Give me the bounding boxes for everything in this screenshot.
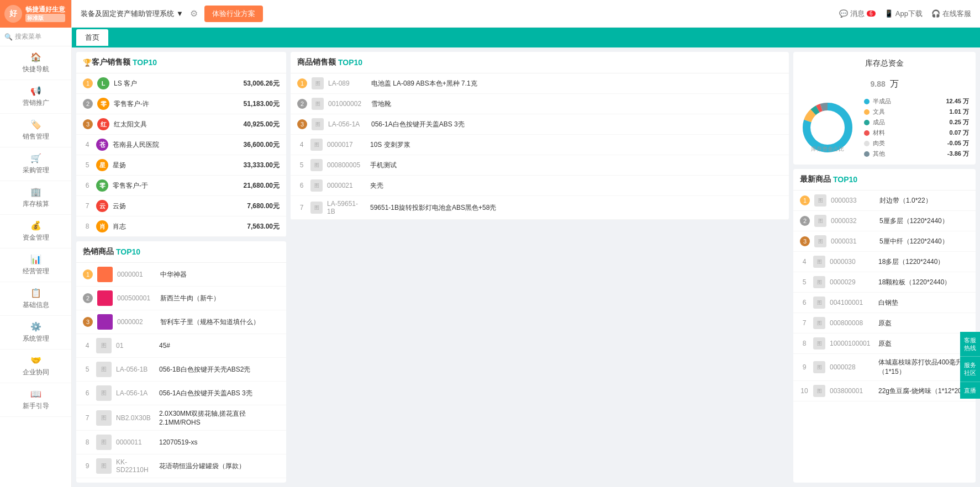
latest-product-row: 4图000003018多层（1220*2440） xyxy=(793,252,976,272)
product-sales-card: 商品销售额 TOP10 1图LA-089电池盖 LA-089 ABS本色+黑种 … xyxy=(291,52,789,220)
sidebar-item-cooperation[interactable]: 🤝企业协同 xyxy=(0,350,71,383)
nav-icon-marketing: 📢 xyxy=(30,86,41,96)
rank-medal: 3 xyxy=(297,119,307,129)
latest-products-badge: TOP10 xyxy=(833,175,857,184)
logo-badge: 标准版 xyxy=(25,14,65,22)
donut-chart: 库存资金占比 xyxy=(800,100,855,155)
sidebar-item-marketing[interactable]: 📢营销推广 xyxy=(0,80,71,114)
float-buttons: 客服 热线服务 社区直播 xyxy=(960,332,980,399)
float-btn-customer-service[interactable]: 客服 热线 xyxy=(960,332,980,357)
latest-products-title: 最新商品 xyxy=(800,174,831,184)
notification-label: 消息 xyxy=(850,9,865,19)
product-name: 体城嘉枝味苏打饮品400毫升（1*15） xyxy=(878,358,969,377)
product-name: 056-1B白色按键开关壳ABS2壳 xyxy=(159,365,280,374)
avatar: 星 xyxy=(96,159,108,171)
legend-label: 文具 xyxy=(873,108,946,116)
customer-rank-card: 🏆 客户销售额 TOP10 1LLS 客户53,006.26元2零零售客户-许5… xyxy=(76,52,286,237)
product-code: 0000031 xyxy=(831,237,875,245)
tab-home[interactable]: 首页 xyxy=(76,29,108,46)
content-area: 🏆 客户销售额 TOP10 1LLS 客户53,006.26元2零零售客户-许5… xyxy=(72,47,980,487)
sidebar-item-guide[interactable]: 📖新手引导 xyxy=(0,383,71,417)
customer-name: 苍南县人民医院 xyxy=(113,140,239,150)
customer-amount: 36,600.00元 xyxy=(244,140,280,150)
product-name: 白钢垫 xyxy=(878,298,969,308)
customer-name: 零售客户-于 xyxy=(113,181,239,190)
product-code: LA-056-1A xyxy=(328,120,367,128)
online-service-btn[interactable]: 🎧 在线客服 xyxy=(931,9,971,19)
system-title[interactable]: 装备及固定资产辅助管理系统 ▼ xyxy=(81,9,183,19)
sidebar-item-basic-info[interactable]: 📋基础信息 xyxy=(0,282,71,316)
product-sales-row: 3图LA-056-1A056-1A白色按键开关盖ABS 3壳 xyxy=(291,114,789,135)
sidebar-item-system[interactable]: ⚙️系统管理 xyxy=(0,316,71,350)
avatar: 红 xyxy=(97,118,109,130)
product-code: 001000002 xyxy=(328,100,367,108)
nav-icon-system: ⚙️ xyxy=(30,321,41,332)
product-code: 0000028 xyxy=(830,363,874,371)
legend-value: 0.25 万 xyxy=(950,118,969,126)
sidebar-item-finance[interactable]: 💰资金管理 xyxy=(0,215,71,248)
rank-medal: 1 xyxy=(83,78,93,88)
rank-medal: 2 xyxy=(800,216,810,226)
legend-dot xyxy=(864,130,870,136)
sidebar-item-operations[interactable]: 📊经营管理 xyxy=(0,248,71,282)
legend-label: 半成品 xyxy=(873,97,942,105)
latest-product-row: 1图0000033封边带（1.0*22） xyxy=(793,190,976,211)
product-image: 图 xyxy=(96,338,112,353)
legend-item: 其他-3.86 万 xyxy=(864,150,969,158)
legend-value: 12.45 万 xyxy=(946,97,969,105)
settings-icon[interactable]: ⚙ xyxy=(190,8,198,19)
logo-text: 畅捷通好生意 标准版 xyxy=(25,6,65,23)
nav-label-guide: 新手引导 xyxy=(23,401,49,411)
product-name: 原盔 xyxy=(878,319,969,328)
product-name: 59651-1B旋转投影灯电池盒ABS黑色+58壳 xyxy=(370,203,782,213)
product-code: 10000100001 xyxy=(830,340,874,347)
legend-item: 肉类-0.05 万 xyxy=(864,139,969,147)
try-industry-btn[interactable]: 体验行业方案 xyxy=(204,6,263,22)
customer-amount: 33,333.00元 xyxy=(244,161,280,170)
inventory-title: 库存总资金 xyxy=(800,59,969,68)
search-menu[interactable]: 🔍 搜索菜单 xyxy=(0,28,71,46)
nav-label-system: 系统管理 xyxy=(23,334,49,343)
nav-label-inventory: 库存核算 xyxy=(23,199,49,209)
product-image xyxy=(97,267,113,282)
latest-product-row: 10图00380000122g鱼豆腐-烧烤味（1*12*20） xyxy=(793,381,976,401)
hot-product-row: 8图000001112070519-xs xyxy=(76,431,286,454)
rank-num: 4 xyxy=(800,258,809,266)
notification-btn[interactable]: 💬 消息 6 xyxy=(839,9,876,19)
left-panel: 🏆 客户销售额 TOP10 1LLS 客户53,006.26元2零零售客户-许5… xyxy=(76,52,286,483)
app-download-btn[interactable]: 📱 App下载 xyxy=(884,9,923,19)
product-image: 图 xyxy=(312,118,324,130)
product-name: 056-1A白色按键开关盖ABS 3壳 xyxy=(371,120,782,129)
rank-num: 9 xyxy=(83,462,92,470)
sidebar-item-purchase[interactable]: 🛒采购管理 xyxy=(0,147,71,181)
rank-medal: 3 xyxy=(800,236,810,246)
product-image: 图 xyxy=(96,385,112,401)
nav-label-operations: 经营管理 xyxy=(23,267,49,276)
rank-num: 9 xyxy=(800,363,809,371)
product-image: 图 xyxy=(813,337,825,350)
sidebar-item-sales[interactable]: 🏷️销售管理 xyxy=(0,114,71,147)
product-sales-list: 1图LA-089电池盖 LA-089 ABS本色+黑种 7.1克2图001000… xyxy=(291,73,789,220)
float-btn-direct[interactable]: 直播 xyxy=(960,382,980,399)
inventory-amount: 9.88 万 xyxy=(800,73,969,91)
product-code: LA-59651-1B xyxy=(327,200,366,215)
legend-item: 半成品12.45 万 xyxy=(864,97,969,105)
sidebar-item-quick-nav[interactable]: 🏠快捷导航 xyxy=(0,46,71,80)
product-name: 18多层（1220*2440） xyxy=(878,257,969,267)
rank-num: 10 xyxy=(800,387,809,395)
sidebar-item-inventory[interactable]: 🏢库存核算 xyxy=(0,181,71,215)
customer-name: 星扬 xyxy=(113,161,239,170)
product-sales-row: 2图001000002雪地靴 xyxy=(291,94,789,114)
product-name: 5厘多层（1220*2440） xyxy=(879,216,969,226)
product-name: 2.0X30MM双搓花轴,搓花直径2.1MM/ROHS xyxy=(159,409,280,426)
legend-dot xyxy=(864,120,870,125)
logo-icon: 好 xyxy=(4,5,22,23)
nav-icon-guide: 📖 xyxy=(30,389,41,399)
product-code: 000500001 xyxy=(117,294,156,302)
rank-num: 7 xyxy=(800,319,809,327)
phone-icon: 📱 xyxy=(884,9,893,18)
rank-num: 5 xyxy=(297,161,306,169)
legend-dot xyxy=(864,99,870,104)
float-btn-service-community[interactable]: 服务 社区 xyxy=(960,357,980,382)
product-name: 电池盖 LA-089 ABS本色+黑种 7.1克 xyxy=(371,79,782,88)
